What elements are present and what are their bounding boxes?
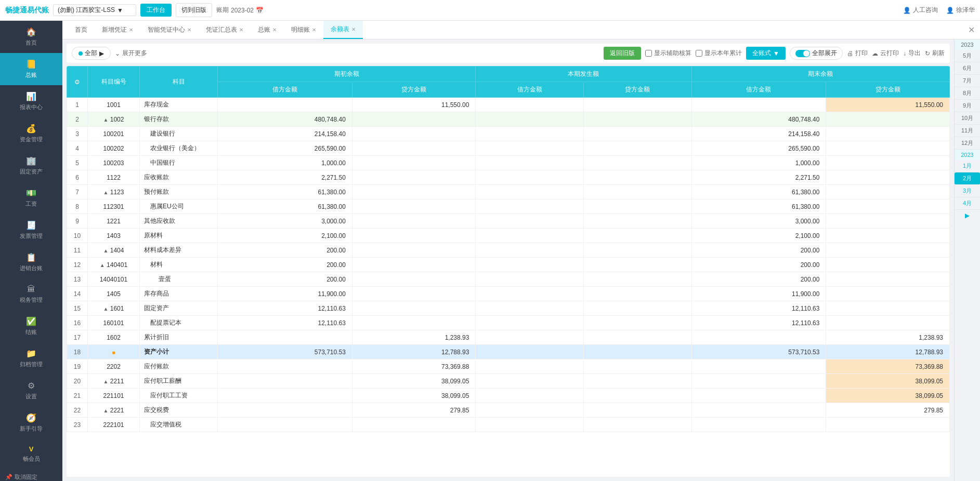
- cell-name[interactable]: 农业银行（美金）: [140, 141, 218, 156]
- account-name-link[interactable]: 应付账款: [144, 363, 169, 370]
- panel-expand-button[interactable]: ▶: [955, 210, 980, 221]
- cell-name[interactable]: 材料: [140, 258, 218, 272]
- cell-name[interactable]: 应交增值税: [140, 418, 218, 432]
- refresh-button[interactable]: ↻ 刷新: [925, 49, 945, 58]
- account-name-link[interactable]: 库存商品: [144, 290, 169, 297]
- cell-name[interactable]: 中国银行: [140, 156, 218, 170]
- month-7[interactable]: 7月: [955, 75, 980, 87]
- sidebar-item-ledger[interactable]: 📒 总账: [0, 53, 62, 85]
- pin-button[interactable]: 📌 取消固定: [0, 469, 62, 481]
- sidebar-item-report[interactable]: 📊 报表中心: [0, 85, 62, 117]
- account-name-link[interactable]: 应交增值税: [150, 421, 181, 428]
- month-12[interactable]: 12月: [955, 137, 980, 150]
- sidebar-item-purchase[interactable]: 📋 进销台账: [0, 246, 62, 278]
- cloud-print-button[interactable]: ☁ 云打印: [872, 49, 899, 58]
- account-name-link[interactable]: 中国银行: [150, 159, 175, 166]
- month-3[interactable]: 3月: [955, 185, 980, 197]
- account-name-link[interactable]: 惠属EU公司: [150, 203, 184, 210]
- expand-more-button[interactable]: ⌄ 展开更多: [115, 49, 147, 58]
- account-name-link[interactable]: 累计折旧: [144, 333, 169, 341]
- tab-detail-close[interactable]: ✕: [312, 27, 316, 33]
- account-name-link[interactable]: 壹蛋: [159, 275, 171, 283]
- sidebar-item-fund[interactable]: 💰 资金管理: [0, 117, 62, 150]
- month-9[interactable]: 9月: [955, 100, 980, 112]
- user-profile[interactable]: 👤 徐泽华: [946, 6, 975, 15]
- tab-new-voucher-close[interactable]: ✕: [129, 27, 133, 33]
- month-5[interactable]: 5月: [955, 50, 980, 62]
- account-name-link[interactable]: 固定资产: [144, 304, 169, 312]
- all-filter-button[interactable]: 全部 ▶: [72, 47, 111, 60]
- month-1[interactable]: 1月: [955, 160, 980, 172]
- tab-new-voucher[interactable]: 新增凭证 ✕: [95, 21, 140, 38]
- month-6[interactable]: 6月: [955, 62, 980, 75]
- account-name-link[interactable]: 银行存款: [144, 115, 169, 123]
- account-name-link[interactable]: 应收账款: [144, 173, 169, 181]
- cell-name[interactable]: 预付账款: [140, 185, 218, 199]
- tab-smart-center-close[interactable]: ✕: [187, 27, 191, 33]
- return-button[interactable]: 返回旧版: [604, 47, 641, 60]
- export-button[interactable]: ↓ 导出: [903, 49, 921, 58]
- cell-name[interactable]: 其他应收款: [140, 214, 218, 229]
- cell-name[interactable]: 应付职工薪酬: [140, 374, 218, 389]
- account-name-link[interactable]: 其他应收款: [144, 217, 175, 224]
- cell-name[interactable]: 库存现金: [140, 98, 218, 112]
- cell-name[interactable]: 惠属EU公司: [140, 199, 218, 214]
- sidebar-item-archive[interactable]: 📁 归档管理: [0, 342, 62, 375]
- account-name-link[interactable]: 材料: [150, 261, 163, 268]
- sidebar-item-settings[interactable]: ⚙ 设置: [0, 375, 62, 407]
- account-name-link[interactable]: 材料成本差异: [144, 246, 181, 253]
- cell-name[interactable]: 应收账款: [140, 170, 218, 185]
- month-8[interactable]: 8月: [955, 87, 980, 100]
- show-year-input[interactable]: [696, 50, 702, 57]
- format-button[interactable]: 全账式 ▼: [746, 47, 786, 60]
- month-10[interactable]: 10月: [955, 112, 980, 125]
- cell-name[interactable]: 应付账款: [140, 359, 218, 374]
- account-name-link[interactable]: 应付职工工资: [150, 392, 188, 399]
- cell-name[interactable]: 建设银行: [140, 127, 218, 141]
- cell-name[interactable]: 原材料: [140, 229, 218, 243]
- sidebar-item-salary[interactable]: 💵 工资: [0, 182, 62, 214]
- sidebar-item-invoice[interactable]: 🧾 发票管理: [0, 214, 62, 246]
- tab-balance[interactable]: 余额表 ✕: [323, 21, 363, 39]
- show-aux-checkbox[interactable]: 显示辅助核算: [645, 49, 691, 58]
- calendar-icon[interactable]: 📅: [256, 7, 264, 14]
- month-2[interactable]: 2月: [955, 172, 980, 185]
- tab-ledger[interactable]: 总账 ✕: [251, 21, 284, 38]
- cell-name[interactable]: 应付职工工资: [140, 389, 218, 403]
- tab-voucher-summary-close[interactable]: ✕: [239, 27, 243, 33]
- cell-name[interactable]: 壹蛋: [140, 272, 218, 287]
- sidebar-item-tax[interactable]: 🏛 税务管理: [0, 278, 62, 310]
- account-name-link[interactable]: 应交税费: [144, 406, 169, 413]
- cell-name[interactable]: 固定资产: [140, 301, 218, 316]
- cell-name[interactable]: 材料成本差异: [140, 243, 218, 258]
- account-name-link[interactable]: 配提票记本: [150, 319, 181, 326]
- cell-name[interactable]: 累计折旧: [140, 330, 218, 345]
- sidebar-item-guide[interactable]: 🧭 新手引导: [0, 407, 62, 439]
- sidebar-item-member[interactable]: V 畅会员: [0, 439, 62, 469]
- tab-bar-close-button[interactable]: ✕: [968, 25, 975, 35]
- year-2023-prev-label[interactable]: 2023: [955, 39, 980, 50]
- sidebar-item-home[interactable]: 🏠 首页: [0, 21, 62, 53]
- print-button[interactable]: 🖨 打印: [847, 49, 868, 58]
- cell-name[interactable]: 应交税费: [140, 403, 218, 418]
- account-name-link[interactable]: 农业银行（美金）: [150, 144, 200, 152]
- sidebar-item-asset[interactable]: 🏢 固定资产: [0, 150, 62, 182]
- sidebar-item-settle[interactable]: ✅ 结账: [0, 310, 62, 342]
- account-name-link[interactable]: 应付职工薪酬: [144, 377, 181, 384]
- tab-smart-center[interactable]: 智能凭证中心 ✕: [140, 21, 199, 38]
- cell-name[interactable]: 配提票记本: [140, 316, 218, 330]
- year-2023-label[interactable]: 2023: [955, 150, 980, 160]
- settings-gear-icon[interactable]: ⚙: [74, 78, 80, 86]
- cell-name[interactable]: 银行存款: [140, 112, 218, 127]
- expand-all-toggle[interactable]: 全部展开: [790, 47, 843, 60]
- workbench-button[interactable]: 工作台: [140, 4, 172, 17]
- account-name-link[interactable]: 库存现金: [144, 101, 169, 108]
- company-selector[interactable]: (勿删) 江西胶宝-LSS ▼: [53, 4, 136, 16]
- account-name-link[interactable]: 建设银行: [150, 130, 175, 137]
- account-name-link[interactable]: 原材料: [144, 232, 163, 239]
- tab-voucher-summary[interactable]: 凭证汇总表 ✕: [199, 21, 251, 38]
- switch-version-button[interactable]: 切到旧版: [176, 3, 212, 17]
- month-11[interactable]: 11月: [955, 125, 980, 137]
- show-aux-input[interactable]: [645, 50, 652, 57]
- account-name-link[interactable]: 预付账款: [144, 188, 169, 195]
